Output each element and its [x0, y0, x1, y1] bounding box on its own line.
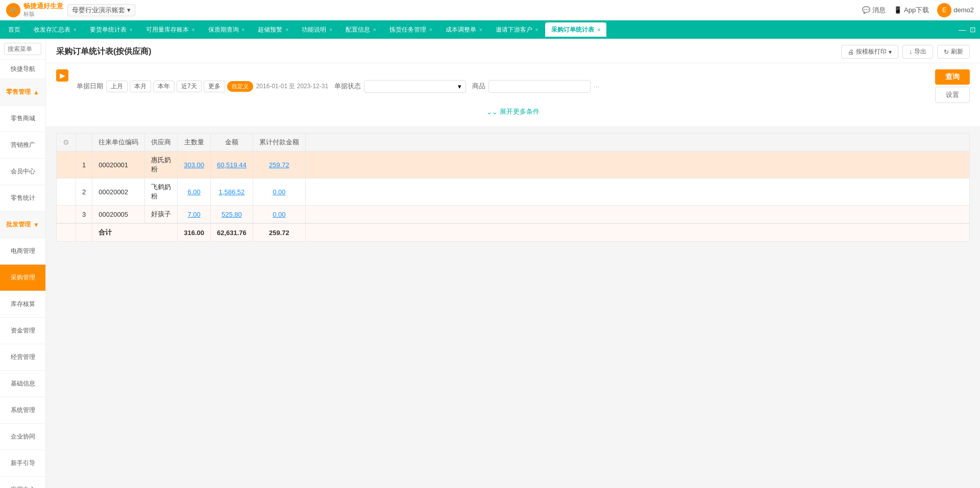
filter-this-year-button[interactable]: 本年 — [153, 81, 175, 92]
paid-cell[interactable]: 259.72 — [253, 151, 305, 178]
sidebar-item-wholesale-mgmt[interactable]: 批发管理 ▼ — [0, 212, 45, 238]
qty-cell[interactable]: 7.00 — [178, 206, 211, 224]
tab-warranty[interactable]: 保质期查询 × — [202, 22, 251, 37]
page-header: 采购订单统计表(按供应商) 🖨 按模板打印 ▾ ↓ 导出 ↻ 刷新 — [46, 39, 980, 63]
tab-order-summary[interactable]: 要货单统计表 × — [84, 22, 139, 37]
tab-maximize-icon[interactable]: ⊡ — [970, 25, 976, 34]
sidebar-item-label: 库存核算 — [11, 300, 35, 309]
message-icon: 💬 — [862, 6, 870, 14]
tab-close-icon[interactable]: × — [429, 27, 432, 33]
filter-toggle-button[interactable]: ▶ — [56, 69, 68, 82]
tab-close-icon[interactable]: × — [329, 27, 332, 33]
chevron-up-icon: ▲ — [33, 89, 39, 96]
tab-cost-adjust[interactable]: 成本调整单 × — [439, 22, 488, 37]
supplier-code-cell: 00020005 — [92, 206, 145, 224]
tab-close-icon[interactable]: × — [597, 27, 600, 33]
download-icon: 📱 — [894, 6, 902, 14]
tab-close-icon[interactable]: × — [535, 27, 538, 33]
filter-last-month-button[interactable]: 上月 — [106, 81, 128, 92]
filter-last-7-days-button[interactable]: 近7天 — [177, 81, 202, 92]
tab-pick-task[interactable]: 拣货任务管理 × — [383, 22, 438, 37]
sidebar-item-retail-shop[interactable]: 零售商城 — [0, 106, 45, 132]
amount-cell[interactable]: 60,519.44 — [211, 151, 253, 178]
workspace-selector[interactable]: 母婴行业演示账套 ▾ — [67, 4, 135, 16]
tab-close-icon[interactable]: × — [242, 27, 245, 33]
tab-close-icon[interactable]: × — [130, 27, 133, 33]
sidebar-item-label: 采购管理 — [11, 273, 35, 282]
workspace-label: 母婴行业演示账套 — [72, 6, 125, 15]
sidebar-item-member-center[interactable]: 会员中心 — [0, 159, 45, 185]
sidebar-item-label: 零售商城 — [11, 114, 35, 123]
tab-available-stock[interactable]: 可用量库存账本 × — [140, 22, 201, 37]
tab-invite-downstream[interactable]: 邀请下游客户 × — [489, 22, 545, 37]
tab-close-icon[interactable]: × — [74, 27, 77, 33]
logo-text: 畅捷通好生意 — [23, 2, 63, 10]
settings-button[interactable]: 设置 — [935, 87, 970, 103]
filter-date-item: 单据日期 上月 本月 本年 近7天 更多 自定义 2016-01-01 — [77, 81, 328, 92]
tab-close-icon[interactable]: × — [479, 27, 482, 33]
app-download-button[interactable]: 📱 App下载 — [894, 6, 929, 15]
filter-more-button[interactable]: 更多 — [204, 81, 225, 92]
expand-more-button[interactable]: ⌄⌄ 展开更多条件 — [482, 105, 544, 118]
status-select[interactable]: ▾ — [364, 80, 466, 93]
sidebar-item-sys-mgmt[interactable]: 系统管理 — [0, 397, 45, 424]
extra-col-header — [305, 134, 969, 151]
search-input[interactable] — [4, 43, 41, 55]
sidebar-item-retail-mgmt[interactable]: 零售管理 ▲ — [0, 79, 45, 106]
refresh-button[interactable]: ↻ 刷新 — [937, 45, 970, 59]
table-body: 1 00020001 惠氏奶粉 303.00 60,519.44 259.72 … — [57, 151, 970, 224]
amount-cell[interactable]: 525.80 — [211, 206, 253, 224]
tab-config-info[interactable]: 配置信息 × — [339, 22, 382, 37]
message-button[interactable]: 💬 消息 — [862, 6, 886, 15]
sidebar-item-quick-nav[interactable]: 快捷导航 — [0, 60, 45, 79]
sidebar-item-ops-mgmt[interactable]: 经营管理 — [0, 344, 45, 371]
export-button[interactable]: ↓ 导出 — [902, 45, 933, 59]
amount-cell[interactable]: 1,586.52 — [211, 178, 253, 206]
tab-home[interactable]: 首页 — [2, 22, 27, 37]
settings-icon[interactable]: ⚙ — [63, 138, 69, 146]
filter-this-month-button[interactable]: 本月 — [130, 81, 151, 92]
qty-cell[interactable]: 303.00 — [178, 151, 211, 178]
tab-close-icon[interactable]: × — [192, 27, 195, 33]
logo-area: 🛒 畅捷通好生意 标版 — [6, 2, 63, 18]
seq-cell: 2 — [76, 178, 92, 206]
sidebar-item-enterprise-collab[interactable]: 企业协同 — [0, 424, 45, 450]
tab-purchase-summary[interactable]: 采购订单统计表 × — [545, 22, 606, 37]
refresh-icon: ↻ — [944, 48, 949, 56]
sidebar-item-purchase-mgmt[interactable]: 采购管理 — [0, 265, 45, 291]
sidebar-item-label: 企业协同 — [11, 432, 35, 441]
user-avatar-button[interactable]: E demo2 — [937, 3, 974, 17]
chevron-down-icon: ▾ — [889, 48, 892, 56]
logo-icon: 🛒 — [6, 3, 20, 17]
extra-cell — [305, 151, 969, 178]
goods-input[interactable] — [488, 80, 591, 93]
sidebar-item-ecommerce-mgmt[interactable]: 电商管理 — [0, 238, 45, 265]
sidebar-item-basic-info[interactable]: 基础信息 — [0, 371, 45, 397]
sidebar-item-app-center[interactable]: 应用中心 — [0, 477, 45, 488]
tab-func-desc[interactable]: 功能说明 × — [296, 22, 338, 37]
settings-col-header: ⚙ — [57, 134, 76, 151]
sidebar-item-retail-stats[interactable]: 零售统计 — [0, 185, 45, 212]
paid-cell[interactable]: 0.00 — [253, 178, 305, 206]
tab-collect-pay[interactable]: 收发存汇总表 × — [28, 22, 83, 37]
sidebar-item-new-guide[interactable]: 新手引导 — [0, 450, 45, 477]
tab-label: 要货单统计表 — [90, 25, 127, 34]
print-button[interactable]: 🖨 按模板打印 ▾ — [841, 45, 898, 59]
query-button[interactable]: 查询 — [935, 69, 970, 85]
more-options-icon[interactable]: ··· — [594, 83, 599, 90]
table-row: 2 00020002 飞鹤奶粉 6.00 1,586.52 0.00 — [57, 178, 970, 206]
tab-close-icon[interactable]: × — [285, 27, 288, 33]
sidebar-item-fund-mgmt[interactable]: 资金管理 — [0, 318, 45, 344]
footer-paid-cell: 259.72 — [253, 223, 305, 242]
tab-close-icon[interactable]: × — [373, 27, 376, 33]
paid-cell[interactable]: 0.00 — [253, 206, 305, 224]
sidebar-item-stock-check[interactable]: 库存核算 — [0, 291, 45, 318]
seq-cell: 1 — [76, 151, 92, 178]
supplier-name-cell: 惠氏奶粉 — [145, 151, 178, 178]
qty-cell[interactable]: 6.00 — [178, 178, 211, 206]
expand-row: ⌄⌄ 展开更多条件 — [56, 103, 970, 120]
sidebar-item-marketing[interactable]: 营销推广 — [0, 132, 45, 159]
tab-minimize-icon[interactable]: — — [959, 25, 966, 34]
main-content: 采购订单统计表(按供应商) 🖨 按模板打印 ▾ ↓ 导出 ↻ 刷新 — [46, 39, 980, 488]
tab-overstock[interactable]: 超储预警 × — [252, 22, 295, 37]
